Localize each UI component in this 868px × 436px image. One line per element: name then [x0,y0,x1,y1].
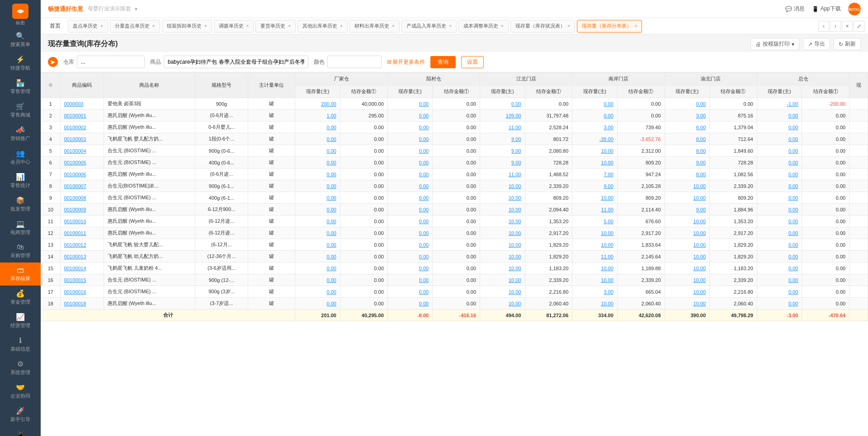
sidebar-item-电商管理[interactable]: 💻电商管理 [0,216,41,239]
cell-no: 1 [41,98,61,110]
product-code-link[interactable]: 00100014 [64,266,86,271]
cell-na-qty: 9.00 [572,180,617,192]
sidebar-item-批发管理[interactable]: 📦批发管理 [0,192,41,216]
cell-yb-amt: 2,060.40 [710,298,757,309]
tab-fdisk[interactable]: 分量盘点单历史 × [110,20,160,33]
sidebar-item-系统管理[interactable]: ⚙系统管理 [0,356,41,380]
product-code-link[interactable]: 0000003 [64,101,84,107]
setting-btn[interactable]: 设置 [461,56,484,68]
tab-expand-btn[interactable]: ⤢ [854,21,864,32]
cell-zc-amt: 0.00 [802,251,849,263]
th-unit: 主计量单位 [248,73,295,98]
cell-no: 10 [41,204,61,216]
th-gear[interactable]: ⚙ [41,73,61,98]
close-icon[interactable]: × [392,23,395,28]
close-icon[interactable]: × [246,23,249,28]
sidebar-item-会员中心[interactable]: 👥会员中心 [0,145,41,169]
logo-area: 标图 [7,4,34,26]
tab-disk[interactable]: 盘点单历史 × [68,20,108,33]
tab-close-btn[interactable]: × [842,21,853,32]
product-code-link[interactable]: 00100015 [64,277,86,283]
product-code-link[interactable]: 00100016 [64,289,86,295]
close-icon[interactable]: × [568,23,571,28]
tab-transfer[interactable]: 调拨单历史 × [214,20,254,33]
cell-zc-amt: 0.00 [802,263,849,274]
user-area[interactable]: demo2 [848,3,861,15]
product-code-link[interactable]: 00100010 [64,219,86,224]
cell-zc-amt: 0.00 [802,110,849,122]
product-code-link[interactable]: 00100005 [64,160,86,165]
tab-next-btn[interactable]: › [830,21,841,32]
tab-stock-status[interactable]: 现存量（库存状况表） × [510,20,576,33]
cell-mc-amt: 0.00 [433,227,480,239]
product-code-link[interactable]: 00100004 [64,148,86,154]
product-code-link[interactable]: 00100006 [64,172,86,177]
warehouse-input[interactable] [77,56,145,68]
app-download-btn[interactable]: 📱 App下载 [812,5,841,13]
product-code-link[interactable]: 00100012 [64,242,86,248]
tab-order[interactable]: 要货单历史 × [255,20,296,33]
close-icon[interactable]: × [449,23,452,28]
sidebar-item-零售管理[interactable]: 🏪零售管理 [0,75,41,98]
color-input[interactable] [327,56,382,68]
cell-na-qty: 10.00 [572,157,617,169]
sidebar-label: 基础信息 [10,346,30,352]
th-mc: 陌村仓 [387,73,480,85]
close-icon[interactable]: × [204,23,207,28]
tab-assemble[interactable]: 组装拆卸单历史 × [162,20,212,33]
search-btn[interactable]: 查询 [430,56,456,68]
cell-fj-qty: 0.00 [295,133,340,145]
cell-spec: (6-12月迹... [195,227,248,239]
product-code-link[interactable]: 00100013 [64,254,86,259]
close-icon[interactable]: × [100,23,103,28]
sidebar-item-资金管理[interactable]: 💰资金管理 [0,286,41,309]
sidebar-item-采购管理[interactable]: 🛍采购管理 [0,239,41,263]
close-icon[interactable]: × [501,23,504,28]
close-icon[interactable]: × [340,23,343,28]
sidebar-item-经营管理[interactable]: 📈经营管理 [0,309,41,333]
tab-material[interactable]: 材料出库单历史 × [349,20,400,33]
product-code-link[interactable]: 00100018 [64,301,86,306]
product-code-link[interactable]: 00100009 [64,207,86,212]
tab-prev-btn[interactable]: ‹ [818,21,829,32]
sidebar-icon: 💰 [16,289,25,298]
export-btn[interactable]: ↗ 导出 [803,38,830,50]
print-btn[interactable]: 🖨 按模版打印 ▾ [750,38,799,50]
expand-btn[interactable]: ⊞ 展开更多条件 [387,58,425,66]
sidebar-item-搜索英单[interactable]: 🔍搜索英单 [0,28,41,52]
cell-no: 2 [41,110,61,122]
sidebar-item-基础信息[interactable]: ℹ基础信息 [0,333,41,356]
sidebar-item-营销推广[interactable]: 📣营销推广 [0,122,41,145]
sidebar-item-快捷导航[interactable]: ⚡快捷导航 [0,52,41,75]
sidebar-item-应用中心[interactable]: 📱应用中心 [0,427,41,436]
product-code-link[interactable]: 00100001 [64,113,86,118]
cell-yb-amt: 1,082.56 [710,169,757,180]
sidebar-item-零售统计[interactable]: 📊零售统计 [0,169,41,192]
product-code-link[interactable]: 00100008 [64,195,86,201]
sidebar-item-企业协同[interactable]: 🤝企业协同 [0,380,41,403]
sidebar-item-零售商城[interactable]: 🛒零售商城 [0,98,41,122]
tab-other-out[interactable]: 其他出库单历史 × [297,20,348,33]
close-icon[interactable]: × [634,23,637,28]
product-code-link[interactable]: 00100011 [64,230,86,236]
close-icon[interactable]: × [288,23,291,28]
tab-home[interactable]: 首页 [44,20,66,33]
product-code-link[interactable]: 00100002 [64,125,86,130]
sidebar-item-库存核算[interactable]: 🗃库存核算 [0,263,41,286]
product-code-link[interactable]: 00100003 [64,136,86,142]
toggle-expand-btn[interactable]: ▶ [48,57,58,67]
sidebar-item-新手引导[interactable]: 🚀新手引导 [0,403,41,427]
cell-zc-amt: 0.00 [802,227,849,239]
tab-cost[interactable]: 成本调整单历史 × [458,20,509,33]
sidebar-label: 零售商城 [10,112,30,118]
product-code-link[interactable]: 00100007 [64,183,86,189]
tab-stock-dist[interactable]: 现存量（库存分布表） × [577,20,642,33]
cell-yb-qty: 0.00 [665,98,709,110]
refresh-btn[interactable]: ↻ 刷新 [834,38,861,50]
close-icon[interactable]: × [152,23,155,28]
product-input[interactable] [164,56,308,68]
cell-unit: 罐 [248,298,295,309]
footer-na-amt: 42,620.08 [617,309,665,321]
tab-product-in[interactable]: 产成品入库单历史 × [401,20,457,33]
message-btn[interactable]: 💬 消息 [785,5,805,13]
